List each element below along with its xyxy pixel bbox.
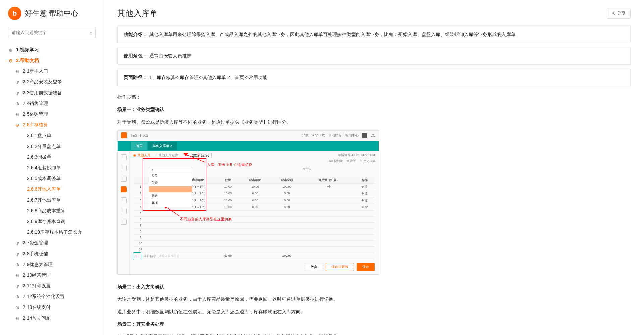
scene2-title: 场景二：出入方向确认 bbox=[117, 283, 631, 291]
ss-save-button: 保存 bbox=[357, 263, 375, 271]
nav-item-2-4[interactable]: ⊕2.4销售管理 bbox=[8, 98, 96, 109]
ss-redtext-1: 入库、退出业务 在这里切换 bbox=[207, 162, 252, 167]
ss-dd-opt: 盘盈 bbox=[149, 172, 192, 179]
ss-savenew-button: 保存并新增 bbox=[326, 263, 354, 271]
scene2-text1: 无论是受赠，还是其他类型的业务，由于入库商品质量等原因，需要退回，这时可通过单据… bbox=[117, 295, 631, 303]
ss-cancel-button: 放弃 bbox=[305, 263, 323, 271]
nav-item-2-6-5[interactable]: 2.6.5成本调整单 bbox=[8, 173, 96, 184]
nav-item-2-3[interactable]: ⊕2.3使用前数据准备 bbox=[8, 88, 96, 98]
nav-item-2-6-2[interactable]: 2.6.2分量盘点单 bbox=[8, 141, 96, 152]
nav-item-video[interactable]: ⊕1.视频学习 bbox=[8, 45, 96, 55]
scene1-title: 场景一：业务类型确认 bbox=[117, 105, 631, 114]
ss-quickkey: 快捷键 bbox=[334, 159, 343, 163]
search-box: ⌕ bbox=[8, 27, 96, 38]
plus-icon: ⊕ bbox=[15, 112, 20, 117]
sidebar: b 好生意 帮助中心 ⌕ ⊕1.视频学习 ⊖2.帮助文档 ⊕2.1新手入门 ⊕2… bbox=[0, 0, 104, 335]
search-input[interactable] bbox=[8, 27, 96, 38]
role-box: 使用角色：通常由仓管人员维护 bbox=[117, 47, 631, 64]
ss-history: 历史单据 bbox=[363, 159, 375, 163]
nav-item-2-6-10[interactable]: 2.6.10库存账本错了怎么办 bbox=[8, 227, 96, 238]
share-label: 分享 bbox=[617, 10, 626, 16]
ss-dropdown: ▾ 盘盈 受赠 初始 其他 bbox=[149, 167, 192, 207]
avatar-icon bbox=[362, 133, 367, 138]
nav-item-2-8[interactable]: ⊕2.8手机旺铺 bbox=[8, 248, 96, 259]
ss-redtext-2: 不同业务的入库类型在这里切换 bbox=[180, 217, 232, 222]
ss-dd-opt: 初始 bbox=[149, 192, 192, 200]
page-title: 其他入库单 bbox=[117, 8, 158, 19]
intro-text: 其他入库单用来处理除采购入库、产成品入库之外的其他入库业务，因此其他入库单可处理… bbox=[149, 32, 516, 37]
scene1-text: 对于受赠、盘盈或是拆装入库等不同的业务，是通过单据头【业务类型】进行区分。 bbox=[117, 118, 631, 126]
nav-item-2-12[interactable]: ⊕2.12系统个性化设置 bbox=[8, 291, 96, 302]
nav-item-2-1[interactable]: ⊕2.1新手入门 bbox=[8, 66, 96, 77]
logo-row: b 好生意 帮助中心 bbox=[8, 7, 96, 20]
nav-item-2-6-6[interactable]: 2.6.6其他入库单 bbox=[8, 184, 96, 195]
plus-icon: ⊕ bbox=[15, 251, 20, 257]
minus-icon: ⊖ bbox=[8, 58, 13, 63]
ss-top-app: App下载 bbox=[312, 133, 325, 138]
logo-icon: b bbox=[8, 7, 21, 20]
ss-leftbar bbox=[118, 151, 130, 274]
nav-item-2-14[interactable]: ⊕2.14常见问题 bbox=[8, 313, 96, 324]
path-box: 页面路径：1、库存核算->库存管理->其他入库单 2、首页->常用功能 bbox=[117, 69, 631, 86]
plus-icon: ⊕ bbox=[15, 316, 20, 321]
nav-item-2-6[interactable]: ⊖2.6库存核算 bbox=[8, 120, 96, 130]
logo-text: 好生意 帮助中心 bbox=[25, 8, 78, 18]
nav-item-2-13[interactable]: ⊕2.13在线支付 bbox=[8, 302, 96, 313]
embedded-screenshot: TEST-H002 消息 App下载 自动服务 帮助中心 CC 首页 其他入库单… bbox=[117, 130, 379, 275]
ss-tab-doc: 其他入库单 × bbox=[148, 142, 177, 150]
role-text: 通常由仓管人员维护 bbox=[149, 53, 192, 58]
nav-item-2-5[interactable]: ⊕2.5采购管理 bbox=[8, 109, 96, 120]
steps-label: 操作步骤： bbox=[117, 93, 631, 101]
plus-icon: ⊕ bbox=[15, 240, 20, 246]
nav-item-2-10[interactable]: ⊕2.10经营管理 bbox=[8, 270, 96, 281]
nav-item-2-9[interactable]: ⊕2.9优惠券管理 bbox=[8, 259, 96, 270]
ss-top-help: 帮助中心 bbox=[345, 133, 359, 138]
ss-top-msg: 消息 bbox=[302, 133, 309, 138]
plus-icon: ⊕ bbox=[15, 273, 20, 278]
nav-item-2-6-8[interactable]: 2.6.8商品成本重算 bbox=[8, 206, 96, 216]
nav-item-2-2[interactable]: ⊕2.2产品安装及登录 bbox=[8, 77, 96, 88]
plus-icon: ⊕ bbox=[15, 69, 20, 74]
plus-icon: ⊕ bbox=[15, 294, 20, 299]
ss-env: TEST-H002 bbox=[130, 134, 148, 137]
nav-item-2-6-7[interactable]: 2.6.7其他出库单 bbox=[8, 195, 96, 206]
nav-item-2-7[interactable]: ⊕2.7资金管理 bbox=[8, 238, 96, 248]
ss-memo-label: 备注信息 bbox=[144, 254, 156, 258]
svg-marker-3 bbox=[183, 153, 188, 156]
minus-icon: ⊖ bbox=[15, 122, 20, 128]
search-icon[interactable]: ⌕ bbox=[90, 30, 92, 35]
path-label: 页面路径： bbox=[124, 75, 147, 80]
svg-line-2 bbox=[185, 154, 205, 162]
nav-item-2-6-9[interactable]: 2.6.9库存账本查询 bbox=[8, 216, 96, 227]
ss-person-label: 经手人 bbox=[303, 167, 312, 171]
intro-label: 功能介绍： bbox=[124, 32, 147, 37]
main: 其他入库单 ⇱ 分享 功能介绍：其他入库单用来处理除采购入库、产成品入库之外的其… bbox=[104, 0, 644, 335]
plus-icon: ⊕ bbox=[15, 283, 20, 289]
ss-tab-home: 首页 bbox=[131, 142, 147, 150]
scene3-title: 场景三：其它业务处理 bbox=[117, 320, 631, 328]
plus-icon: ⊕ bbox=[15, 262, 20, 267]
nav-item-2-6-4[interactable]: 2.6.4组装拆卸单 bbox=[8, 163, 96, 173]
nav-item-2-6-3[interactable]: 2.6.3调拨单 bbox=[8, 152, 96, 163]
ss-logo-icon bbox=[121, 132, 127, 138]
ss-dd-opt-selected bbox=[149, 186, 192, 192]
ss-memo-placeholder: 请输入单据信息 bbox=[159, 254, 180, 258]
plus-icon: ⊕ bbox=[15, 101, 20, 106]
ss-dd-opt: 受赠 bbox=[149, 179, 192, 186]
nav-item-2-11[interactable]: ⊕2.11打印设置 bbox=[8, 281, 96, 291]
arrow-icon bbox=[183, 152, 207, 164]
path-text: 1、库存核算->库存管理->其他入库单 2、首页->常用功能 bbox=[149, 75, 267, 80]
plus-icon: ⊕ bbox=[15, 90, 20, 96]
memo-icon: ☰ bbox=[133, 252, 141, 260]
plus-icon: ⊕ bbox=[8, 47, 13, 53]
nav-item-docs[interactable]: ⊖2.帮助文档 bbox=[8, 55, 96, 66]
ss-dd-opt: 其他 bbox=[149, 200, 192, 207]
share-button[interactable]: ⇱ 分享 bbox=[607, 8, 631, 19]
ss-docno: 单据编号 JC-20191226-001 bbox=[338, 153, 375, 157]
nav-item-2-6-1[interactable]: 2.6.1盘点单 bbox=[8, 130, 96, 141]
ss-top-svc: 自动服务 bbox=[328, 133, 342, 138]
intro-box: 功能介绍：其他入库单用来处理除采购入库、产成品入库之外的其他入库业务，因此其他入… bbox=[117, 25, 631, 43]
plus-icon: ⊕ bbox=[15, 305, 20, 310]
content-section: 操作步骤： 场景一：业务类型确认 对于受赠、盘盈或是拆装入库等不同的业务，是通过… bbox=[117, 93, 631, 335]
role-label: 使用角色： bbox=[124, 53, 147, 58]
